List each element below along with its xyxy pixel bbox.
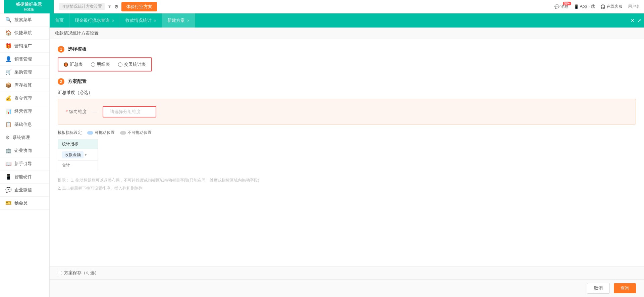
building-icon: 🏢 (5, 148, 12, 154)
download-icon: 📱 (574, 4, 579, 9)
hint-text-area: 提示： 1. 拖动标题栏可以调整布局，不可跨维度或指标区域拖动栏目字段(只能在同… (58, 177, 636, 192)
radio-detail-input[interactable] (91, 62, 95, 67)
radio-detail-label: 明细表 (97, 61, 110, 67)
download-label: App下载 (580, 4, 595, 9)
sidebar-item-purchase[interactable]: 🛒 采购管理 (0, 66, 49, 79)
page-title: 收款情况统计方案设置 (55, 31, 99, 36)
sidebar-label-member: 畅会员 (14, 200, 28, 206)
content-area: 收款情况统计方案设置 1 选择模板 汇总表 (50, 28, 644, 297)
tab-new-plan-label: 新建方案 (167, 17, 185, 23)
metrics-section: 模板指标设定 可拖动位置 不可拖动位置 (58, 130, 636, 170)
radio-summary-input[interactable] (64, 62, 68, 67)
app-download-link[interactable]: 📱 App下载 (574, 4, 595, 9)
sidebar-label-basicinfo: 基础信息 (14, 121, 32, 128)
metrics-grid-header: 统计指标 (58, 139, 98, 149)
radio-cross-input[interactable] (118, 62, 122, 67)
sidebar-item-smarthw[interactable]: 📱 智能硬件 (0, 170, 49, 184)
sidebar-item-operation[interactable]: 📊 经营管理 (0, 105, 49, 118)
section2-header: 2 方案配置 (58, 78, 636, 85)
save-checkbox[interactable] (58, 271, 62, 275)
sidebar-item-finance[interactable]: 💰 资金管理 (0, 92, 49, 105)
dimension-label: 汇总维度（必选） (58, 90, 636, 96)
user-icon: 👤 (5, 56, 12, 62)
sidebar-item-beginner[interactable]: 📖 新手引导 (0, 157, 49, 170)
sidebar-item-member[interactable]: 🎫 畅会员 (0, 197, 49, 210)
tab-expand[interactable]: ⤢ (637, 18, 641, 23)
metrics-header-label: 模板指标设定 (58, 130, 82, 136)
user-name[interactable]: 用户名 (628, 4, 640, 9)
tab-collection-stats[interactable]: 收款情况统计 ✕ (120, 13, 162, 28)
notification-area[interactable]: 💬 消息 99+ (554, 4, 569, 9)
metrics-tag-payment[interactable]: 收款金额 ▾ (58, 149, 98, 160)
dimension-config: 汇总维度（必选） * 纵向维度 — 请选择分组维度 (58, 90, 636, 125)
save-option-label[interactable]: 方案保存（可选） (58, 270, 99, 276)
query-button[interactable]: 查询 (614, 283, 636, 293)
fixed-hint: 不可拖动位置 (120, 130, 152, 136)
sidebar-item-corp[interactable]: 🏢 企业协同 (0, 144, 49, 157)
radio-cross-label: 交叉统计表 (124, 61, 146, 67)
service-label: 在线客服 (606, 4, 623, 9)
radio-detail[interactable]: 明细表 (91, 61, 110, 67)
sidebar-label-system: 系统管理 (12, 135, 30, 141)
metrics-hints: 模板指标设定 可拖动位置 不可拖动位置 (58, 130, 636, 136)
sidebar-item-system[interactable]: ⚙ 系统管理 (0, 131, 49, 144)
tab-bar-actions: ✕ ⤢ (631, 18, 644, 23)
hint-line-2: 2. 点击标题栏下拉可设置排序、插入列和删除列 (58, 185, 636, 192)
sidebar-label-marketing: 营销推广 (14, 43, 32, 49)
sidebar-label-purchase: 采购管理 (14, 69, 32, 75)
dim-row-label: 纵向维度 (69, 109, 87, 114)
save-option-text: 方案保存（可选） (64, 270, 99, 276)
dim-selector[interactable]: 请选择分组维度 (103, 106, 156, 117)
online-service-link[interactable]: 🎧 在线客服 (600, 4, 623, 9)
tab-new-plan-close[interactable]: ✕ (187, 19, 190, 22)
gear-button[interactable]: ⚙ (114, 4, 119, 9)
hint-line-1: 提示： 1. 拖动标题栏可以调整布局，不可跨维度或指标区域拖动栏目字段(只能在同… (58, 177, 636, 184)
box-icon: 📦 (5, 82, 12, 88)
tab-home[interactable]: 首页 (50, 13, 69, 28)
sidebar-item-inventory[interactable]: 📦 库存核算 (0, 79, 49, 92)
sidebar-item-sales[interactable]: 👤 销售管理 (0, 53, 49, 66)
section2-num: 2 (58, 78, 64, 85)
sidebar: 🔍 搜索菜单 🏠 快捷导航 🎁 营销推广 👤 销售管理 🛒 采购管理 📦 库存核… (0, 13, 50, 297)
radio-cross[interactable]: 交叉统计表 (118, 61, 146, 67)
dimension-row: * 纵向维度 — 请选择分组维度 (66, 106, 628, 117)
sidebar-item-marketing[interactable]: 🎁 营销推广 (0, 40, 49, 53)
sidebar-label-smarthw: 智能硬件 (14, 174, 32, 180)
tab-collection-stats-close[interactable]: ✕ (154, 19, 156, 22)
logo-sub: 标准版 (24, 7, 34, 12)
dim-row-required: * 纵向维度 (66, 109, 87, 115)
dimension-area: * 纵向维度 — 请选择分组维度 (58, 99, 636, 125)
gift-icon: 🎁 (5, 43, 12, 49)
tab-bank-flow-close[interactable]: ✕ (112, 19, 114, 22)
ticket-icon: 🎫 (5, 200, 12, 206)
notification-count: 99+ (563, 2, 571, 5)
tab-new-plan[interactable]: 新建方案 ✕ (162, 13, 195, 28)
sidebar-item-corpwechat[interactable]: 💬 企业微信 (0, 184, 49, 197)
save-option-bar: 方案保存（可选） (50, 266, 644, 279)
industry-btn[interactable]: 体验行业方案 (121, 2, 157, 11)
sidebar-item-quicknav[interactable]: 🏠 快捷导航 (0, 27, 49, 40)
dropdown-icon[interactable]: ▼ (107, 4, 112, 9)
search-menu-icon: 🔍 (5, 17, 12, 23)
footer-bar: 取消 查询 (50, 279, 644, 297)
radio-summary[interactable]: 汇总表 (64, 61, 83, 67)
service-icon: 🎧 (600, 4, 605, 9)
sidebar-item-search[interactable]: 🔍 搜索菜单 (0, 13, 49, 27)
page-title-bar: 收款情况统计方案设置 (50, 28, 644, 39)
sidebar-item-basicinfo[interactable]: 📋 基础信息 (0, 118, 49, 131)
tab-home-label: 首页 (55, 17, 64, 23)
app-logo: 畅捷通好生意 标准版 (4, 0, 54, 13)
right-content: 首页 现金银行流水查询 ✕ 收款情况统计 ✕ 新建方案 ✕ ✕ ⤢ (50, 13, 644, 297)
system-icon: ⚙ (5, 135, 10, 141)
fixed-indicator (120, 131, 126, 135)
tab-close-all[interactable]: ✕ (631, 18, 635, 23)
tab-bank-flow[interactable]: 现金银行流水查询 ✕ (69, 13, 120, 28)
section2-title: 方案配置 (68, 79, 87, 85)
sidebar-label-inventory: 库存核算 (14, 82, 32, 88)
template-selection-group: 汇总表 明细表 交叉统计表 (58, 57, 152, 71)
cart-icon: 🛒 (5, 69, 12, 75)
header-left: 畅捷通好生意 标准版 收款情况统计方案设置 ▼ ⚙ 体验行业方案 (4, 0, 157, 13)
cancel-button[interactable]: 取消 (587, 283, 610, 294)
chevron-down-icon[interactable]: ▾ (85, 153, 87, 157)
section1-header: 1 选择模板 (58, 46, 636, 53)
